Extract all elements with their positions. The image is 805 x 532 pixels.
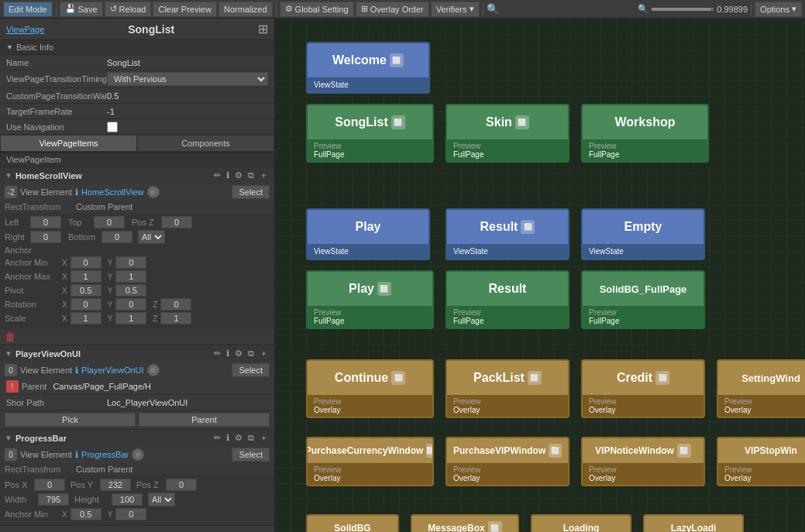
overlay-order-button[interactable]: ⊞ Overlay Order (356, 2, 429, 17)
canvas-node-credit[interactable]: Credit ⬜ Preview Overlay (581, 359, 705, 418)
component3-circle-btn[interactable]: ○ (132, 448, 144, 461)
anchor-min-x-input[interactable] (71, 256, 101, 269)
height-input[interactable] (112, 493, 143, 506)
canvas-node-play_preview[interactable]: Play ⬜ Preview FullPage (306, 270, 434, 329)
edit-mode-button[interactable]: Edit Mode (3, 2, 53, 17)
anchor-min-y-input[interactable] (115, 256, 146, 269)
right-input[interactable] (30, 231, 61, 243)
canvas-node-welcome[interactable]: Welcome ⬜ ViewState (306, 42, 430, 94)
component3-all-select[interactable]: All (148, 493, 175, 506)
viewpage-link[interactable]: ViewPage (6, 25, 44, 34)
component2-copy-icon[interactable]: ⧉ (246, 348, 256, 359)
pencil-icon[interactable]: ✏ (212, 170, 222, 180)
reload-button[interactable]: ↺ Reload (105, 2, 152, 17)
add-icon[interactable]: ＋ (258, 170, 270, 181)
component3-add-icon[interactable]: ＋ (258, 432, 270, 444)
delete-icon-1[interactable]: 🗑 (5, 331, 15, 343)
zoom-slider[interactable] (652, 8, 714, 11)
component3-settings-icon[interactable]: ⚙ (233, 433, 244, 443)
canvas-node-songlist[interactable]: SongList ⬜ Preview FullPage (306, 104, 434, 163)
width-input[interactable] (38, 493, 69, 506)
canvas-node-skin[interactable]: Skin ⬜ Preview FullPage (446, 104, 569, 163)
component2-settings-icon[interactable]: ⚙ (233, 348, 244, 359)
canvas-node-result_preview[interactable]: Result Preview FullPage (446, 270, 569, 329)
pick-button[interactable]: Pick (5, 413, 136, 427)
transition-select[interactable]: With Pervious (107, 72, 268, 86)
canvas-node-result_state[interactable]: Result ⬜ ViewState (446, 208, 569, 260)
component1-info-icon[interactable]: ℹ (75, 187, 78, 197)
copy-icon[interactable]: ⧉ (246, 170, 256, 180)
component3-info-icon[interactable]: ℹ (225, 433, 231, 443)
component2-pencil-icon[interactable]: ✏ (212, 348, 222, 359)
pivot-x-input[interactable] (71, 284, 101, 297)
component2-select-btn[interactable]: Select (232, 363, 270, 377)
canvas-node-vip_notice[interactable]: VIPNoticeWindow ⬜ Preview Overlay (581, 437, 705, 486)
settings-icon[interactable]: ⚙ (233, 170, 244, 180)
component1-ref[interactable]: HomeScrollView (81, 187, 144, 197)
c3-anchor-min-y-input[interactable] (115, 508, 146, 520)
pivot-y-input[interactable] (115, 284, 146, 297)
all-select[interactable]: All (138, 230, 165, 244)
canvas-node-workshop[interactable]: Workshop Preview FullPage (581, 104, 709, 163)
node-icon-vip_notice: ⬜ (677, 444, 691, 458)
anchor-max-x-input[interactable] (71, 270, 101, 283)
component2-circle-btn[interactable]: ○ (147, 364, 160, 376)
options-button[interactable]: Options ▾ (755, 2, 802, 17)
pos-x-input[interactable] (34, 479, 65, 491)
component1-select-btn[interactable]: Select (232, 185, 270, 199)
canvas-node-lazyload[interactable]: LazyLoadi Preview Overlay (643, 514, 744, 532)
info-icon[interactable]: ℹ (225, 170, 231, 180)
canvas-node-purchase_vip[interactable]: PurchaseVIPWindow ⬜ Preview Overlay (446, 437, 569, 486)
canvas-node-packlist[interactable]: PackList ⬜ Preview Overlay (446, 359, 569, 418)
verifiers-button[interactable]: Verifiers ▾ (431, 2, 480, 17)
canvas-node-solidbg[interactable]: SolidBG_FullPage Preview FullPage (581, 270, 705, 329)
canvas-node-vip_stop[interactable]: VIPStopWin Preview Overlay (717, 437, 805, 486)
bottom-input[interactable] (101, 231, 132, 243)
c3-anchor-min-x-input[interactable] (71, 508, 101, 520)
component3-ref[interactable]: ProgressBar (81, 450, 129, 459)
component3-info-icon-btn[interactable]: ℹ (75, 450, 78, 460)
component1-transform: Left Top Pos Z Right Bottom (0, 213, 274, 329)
component3-pencil-icon[interactable]: ✏ (212, 433, 222, 443)
scale-z-input[interactable] (160, 312, 191, 324)
canvas-node-empty[interactable]: Empty ViewState (581, 208, 705, 260)
scale-x-input[interactable] (71, 312, 101, 324)
canvas-node-continue[interactable]: Continue ⬜ Preview Overlay (306, 359, 434, 418)
left-input[interactable] (30, 216, 61, 228)
canvas-node-messagebox[interactable]: MessageBox ⬜ Preview Overlay (411, 514, 519, 532)
rotation-x-input[interactable] (71, 298, 101, 311)
rotation-y-input[interactable] (115, 298, 146, 311)
scale-y-input[interactable] (115, 312, 146, 324)
pos-y-input[interactable] (100, 479, 131, 491)
component3-select-btn[interactable]: Select (232, 448, 270, 462)
pos-z-input[interactable] (166, 479, 197, 491)
canvas-node-purchase_currency[interactable]: PurchaseCurrencyWindow ⬜ Preview Overlay (306, 437, 434, 486)
clear-preview-button[interactable]: Clear Preview (153, 2, 216, 17)
parent-button[interactable]: Parent (139, 413, 270, 427)
global-setting-button[interactable]: ⚙ Global Setting (280, 2, 354, 17)
posz-input[interactable] (161, 216, 192, 228)
node-footer-value-play_preview: FullPage (314, 317, 426, 325)
canvas-node-solidbg2[interactable]: SoildBG Preview Overlay (306, 514, 399, 532)
component2-ref[interactable]: PlayerViewOnUI (81, 366, 144, 375)
component3-copy-icon[interactable]: ⧉ (246, 433, 256, 443)
tab-components[interactable]: Components (137, 135, 274, 152)
component2-info-icon-btn[interactable]: ℹ (75, 366, 78, 376)
component1-circle-btn[interactable]: ○ (147, 186, 160, 198)
right-canvas[interactable]: Welcome ⬜ ViewState SongList ⬜ Preview F… (275, 19, 805, 532)
top-input[interactable] (94, 216, 125, 228)
layout-icon[interactable]: ⊞ (258, 22, 268, 36)
save-button[interactable]: 💾 Save (60, 2, 103, 17)
anchor-max-y-axis: Y (108, 273, 113, 281)
anchor-max-y-input[interactable] (115, 270, 146, 283)
normalized-button[interactable]: Normalized (218, 2, 273, 17)
canvas-node-play_state[interactable]: Play ViewState (306, 208, 430, 260)
component2-info-icon[interactable]: ℹ (225, 348, 231, 359)
canvas-node-loading[interactable]: Loading Preview Overlay (531, 514, 631, 532)
component2-add-icon[interactable]: ＋ (258, 348, 270, 359)
nav-checkbox[interactable] (107, 122, 118, 132)
rotation-z-input[interactable] (160, 298, 191, 311)
canvas-node-settingwin[interactable]: SettingWind Preview Overlay (717, 359, 805, 418)
toolbar-separator-1 (56, 2, 57, 16)
tab-view-items[interactable]: ViewPageItems (0, 135, 137, 152)
